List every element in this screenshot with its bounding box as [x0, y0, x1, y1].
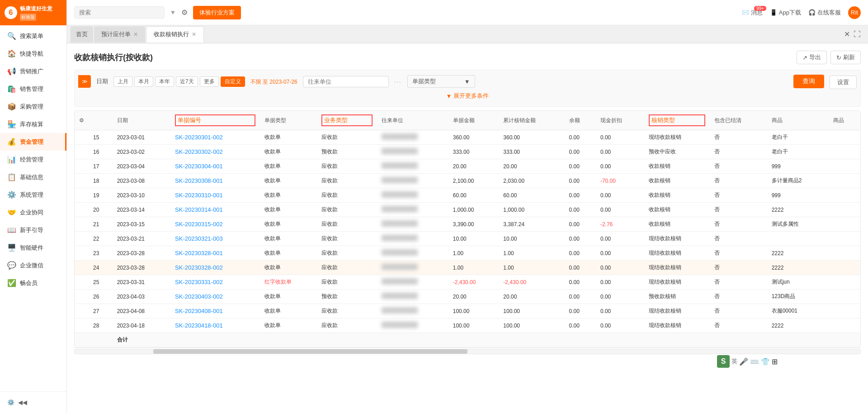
topbar-search-input[interactable] [74, 6, 165, 19]
bill-no-link[interactable]: SK-20230418-001 [175, 322, 223, 329]
filter-query-btn[interactable]: 查询 [793, 75, 824, 88]
table-cell[interactable]: SK-20230315-002 [170, 217, 260, 232]
app-download-btn[interactable]: 📱 App下载 [770, 9, 801, 17]
tab-expand-icon[interactable]: ⛶ [854, 30, 861, 38]
topbar-dropdown-arrow[interactable]: ▼ [170, 9, 176, 16]
table-cell[interactable] [75, 290, 89, 304]
table-row[interactable]: 202023-03-14SK-20230314-001收款单应收款1,000.0… [75, 203, 860, 217]
sidebar-settings-btn[interactable]: ⚙️ ◀◀ [0, 395, 66, 409]
table-cell[interactable]: SK-20230321-003 [170, 232, 260, 246]
topbar-gear-icon[interactable]: ⚙ [181, 8, 188, 17]
sidebar-item-inventory[interactable]: 🏪 库存核算 [0, 115, 66, 133]
bill-no-link[interactable]: SK-20230315-002 [175, 221, 223, 228]
industry-solution-btn[interactable]: 体验行业方案 [193, 6, 241, 19]
bill-no-link[interactable]: SK-20230321-003 [175, 235, 223, 242]
table-cell[interactable] [75, 261, 89, 275]
filter-custom-btn[interactable]: 自定义 [221, 76, 245, 87]
table-row[interactable]: 212023-03-15SK-20230315-002收款单应收款3,390.0… [75, 217, 860, 232]
table-cell[interactable]: SK-20230302-002 [170, 145, 260, 159]
table-row[interactable]: 252023-03-31SK-20230331-002红字收款单应收款-2,43… [75, 275, 860, 290]
table-cell[interactable] [75, 217, 89, 232]
sidebar-item-basic[interactable]: 📋 基础信息 [0, 168, 66, 186]
table-cell[interactable]: SK-20230408-001 [170, 304, 260, 318]
bill-no-link[interactable]: SK-20230308-001 [175, 177, 223, 184]
tab-home[interactable]: 首页 [71, 26, 93, 43]
sidebar-item-marketing[interactable]: 📢 营销推广 [0, 62, 66, 80]
table-cell[interactable]: SK-20230331-002 [170, 275, 260, 290]
bill-no-link[interactable]: SK-20230304-001 [175, 163, 223, 170]
horizontal-scrollbar[interactable] [74, 349, 861, 354]
table-cell[interactable]: SK-20230328-002 [170, 261, 260, 275]
filter-7days-btn[interactable]: 近7天 [176, 76, 198, 87]
table-row[interactable]: 262023-04-03SK-20230403-002收款单预收款20.0020… [75, 290, 860, 304]
sidebar-item-wechat[interactable]: 💬 企业微信 [0, 256, 66, 274]
table-cell[interactable] [75, 188, 89, 203]
table-cell[interactable] [75, 275, 89, 290]
bill-no-link[interactable]: SK-20230403-002 [175, 293, 223, 300]
sidebar-item-search[interactable]: 🔍 搜索菜单 [0, 27, 66, 45]
table-cell[interactable] [75, 159, 89, 174]
table-row[interactable]: 192023-03-10SK-20230310-001收款单应收款60.0060… [75, 188, 860, 203]
table-cell[interactable] [75, 232, 89, 246]
table-row[interactable]: 222023-03-21SK-20230321-003收款单应收款10.0010… [75, 232, 860, 246]
sidebar-item-sales[interactable]: 🛍️ 销售管理 [0, 80, 66, 98]
bill-no-link[interactable]: SK-20230328-002 [175, 264, 223, 271]
table-cell[interactable]: SK-20230328-001 [170, 246, 260, 261]
table-row[interactable]: 172023-03-04SK-20230304-001收款单应收款20.0020… [75, 159, 860, 174]
table-cell[interactable] [75, 304, 89, 318]
table-cell[interactable] [75, 246, 89, 261]
table-cell[interactable] [75, 145, 89, 159]
filter-last-month-btn[interactable]: 上月 [113, 76, 132, 87]
table-row[interactable]: 282023-04-18SK-20230418-001收款单应收款100.001… [75, 318, 860, 333]
th-gear[interactable]: ⚙ [75, 111, 89, 130]
sidebar-item-member[interactable]: ✅ 畅会员 [0, 274, 66, 292]
table-cell[interactable]: SK-20230304-001 [170, 159, 260, 174]
table-cell[interactable]: SK-20230403-002 [170, 290, 260, 304]
expand-more-btn[interactable]: ▼ 展开更多条件 [78, 92, 857, 100]
user-avatar[interactable]: Rit [848, 6, 861, 19]
online-service-btn[interactable]: 🎧 在线客服 [808, 9, 841, 17]
messages-btn[interactable]: ✉️ 消息 99+ [742, 9, 763, 17]
table-cell[interactable] [75, 203, 89, 217]
bill-no-link[interactable]: SK-20230328-001 [175, 250, 223, 256]
filter-receipt-type[interactable]: 单据类型 ▼ [407, 75, 475, 88]
bill-no-link[interactable]: SK-20230310-001 [175, 192, 223, 199]
table-cell[interactable]: SK-20230314-001 [170, 203, 260, 217]
table-cell[interactable]: SK-20230310-001 [170, 188, 260, 203]
bill-no-link[interactable]: SK-20230301-002 [175, 134, 223, 141]
table-row[interactable]: 182023-03-08SK-20230308-001收款单应收款2,100.0… [75, 174, 860, 188]
bill-no-link[interactable]: SK-20230302-002 [175, 148, 223, 155]
table-cell[interactable] [75, 174, 89, 188]
bill-no-link[interactable]: SK-20230408-001 [175, 308, 223, 314]
tab-collection[interactable]: 收款核销执行 ✕ [146, 26, 204, 43]
filter-partner-input[interactable] [303, 76, 389, 87]
sidebar-item-operation[interactable]: 📊 经营管理 [0, 151, 66, 168]
table-cell[interactable] [75, 130, 89, 145]
table-row[interactable]: 152023-03-01SK-20230301-002收款单应收款360.003… [75, 130, 860, 145]
filter-this-month-btn[interactable]: 本月 [134, 76, 153, 87]
sidebar-item-hardware[interactable]: 🖥️ 智能硬件 [0, 239, 66, 256]
table-cell[interactable]: SK-20230301-002 [170, 130, 260, 145]
refresh-btn[interactable]: ↻ 刷新 [830, 51, 861, 64]
sidebar-item-enterprise[interactable]: 🤝 企业协同 [0, 204, 66, 221]
tab-prepay-close[interactable]: ✕ [133, 31, 138, 38]
tab-close-all-icon[interactable]: ✕ [844, 30, 850, 38]
table-row[interactable]: 232023-03-28SK-20230328-001收款单应收款1.001.0… [75, 246, 860, 261]
tab-collection-close[interactable]: ✕ [192, 31, 196, 38]
table-row[interactable]: 162023-03-02SK-20230302-002收款单预收款333.003… [75, 145, 860, 159]
bill-no-link[interactable]: SK-20230331-002 [175, 279, 223, 285]
sidebar-item-system[interactable]: ⚙️ 系统管理 [0, 186, 66, 204]
sidebar-item-purchase[interactable]: 📦 采购管理 [0, 98, 66, 115]
bill-no-link[interactable]: SK-20230314-001 [175, 206, 223, 213]
table-row[interactable]: 242023-03-28SK-20230328-002收款单应收款1.001.0… [75, 261, 860, 275]
export-btn[interactable]: ↗ 导出 [797, 51, 827, 64]
sidebar-item-guide[interactable]: 📖 新手引导 [0, 221, 66, 239]
sidebar-item-shortcut[interactable]: 🏠 快捷导航 [0, 45, 66, 62]
table-cell[interactable] [75, 318, 89, 333]
table-cell[interactable]: SK-20230308-001 [170, 174, 260, 188]
sidebar-item-finance[interactable]: 💰 资金管理 [0, 133, 66, 151]
filter-settings-btn[interactable]: 设置 [830, 76, 857, 89]
filter-expand-btn[interactable]: ≫ [78, 75, 91, 88]
filter-more-btn[interactable]: 更多 [200, 76, 219, 87]
table-cell[interactable]: SK-20230418-001 [170, 318, 260, 333]
